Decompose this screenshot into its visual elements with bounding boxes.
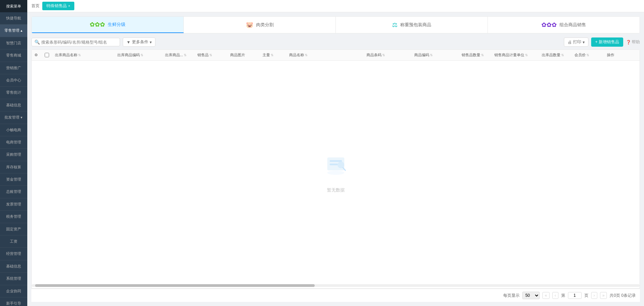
total-info: 共0页 0条记录 [610,293,636,299]
sort-icon[interactable]: ⇅ [382,53,385,57]
sort-icon[interactable]: ⇅ [78,53,81,57]
search-box[interactable]: 🔍 [31,38,120,46]
sidebar-logo-text: 搜索菜单 [6,4,21,9]
tab-combo-sales[interactable]: ✿✿✿ 组合商品销售 [488,17,640,33]
sidebar-item-ecommerce-mgmt[interactable]: 电商管理 [0,136,27,149]
sidebar-item-retail-mall[interactable]: 零售商城 [0,49,27,62]
gear-icon: ⚙ [34,53,38,57]
page-size-label: 每页显示 [503,293,520,299]
empty-state: 暂无数据 [32,61,640,283]
horizontal-scrollbar[interactable] [32,284,640,287]
scroll-thumb[interactable] [35,284,315,287]
topbar: 首页 特殊销售品 × [27,0,644,12]
sort-icon[interactable]: ⇅ [430,53,433,57]
th-image: 商品图片 [229,52,261,58]
th-checkbox[interactable] [43,53,54,57]
sort-icon[interactable]: ⇅ [525,53,528,57]
sidebar-item-tax-mgmt[interactable]: 税务管理 [0,211,27,223]
sidebar-item-new-guide[interactable]: 新手引导 [0,297,27,306]
sidebar-item-retail-stats[interactable]: 零售统计 [0,87,27,99]
toolbar: 🔍 ▼ 更多条件 ▾ 🖨 打印 ▾ + 新增销售品 [31,37,640,47]
new-sale-item-button[interactable]: + 新增销售品 [591,37,623,47]
sidebar-item-marketing[interactable]: 营销推广 [0,62,27,74]
chevron-down-icon: ▼ [20,116,23,120]
th-sale-qty: 销售品数量 ⇅ [460,52,493,58]
sidebar-logo[interactable]: 搜索菜单 [0,0,27,12]
svg-point-0 [327,171,344,175]
data-table: ⚙ 出库商品名称 ⇅ 出库商品编码 ⇅ 出库商品... ⇅ [31,49,640,289]
topbar-tab-special-sales[interactable]: 特殊销售品 × [42,2,74,10]
th-barcode: 商品条码 ⇅ [365,52,413,58]
sidebar-item-finance-mgmt[interactable]: 资金管理 [0,173,27,186]
help-button[interactable]: ❓ 帮助 [626,39,640,45]
page-number-input[interactable] [568,292,582,299]
th-outlet-qty: 出库品数量 ⇅ [540,52,573,58]
scale-prepack-icon: ⚖ [392,21,398,29]
sort-icon[interactable]: ⇅ [481,53,484,57]
sidebar-item-fixed-assets[interactable]: 固定资产 [0,223,27,235]
sidebar-item-invoice-mgmt[interactable]: 发票管理 [0,198,27,211]
sidebar-item-quick-nav[interactable]: 快捷导航 [0,12,27,25]
fresh-grade-icon: ✿✿✿ [90,21,105,28]
empty-state-text: 暂无数据 [327,187,345,193]
sidebar-item-inventory-check[interactable]: 库存核算 [0,161,27,173]
sidebar-item-purchase-mgmt[interactable]: 采购管理 [0,149,27,161]
sort-icon[interactable]: ⇅ [209,53,212,57]
th-outlet-name: 出库商品名称 ⇅ [54,52,116,58]
sidebar-item-wholesale-mgmt[interactable]: 批发管理 ▼ [0,111,27,124]
sort-icon[interactable]: ⇅ [561,53,564,57]
th-member-price: 会员价 ⇅ [573,52,606,58]
tab-close-icon[interactable]: × [68,4,70,8]
topbar-home-link[interactable]: 首页 [31,3,40,9]
print-button[interactable]: 🖨 打印 ▾ [564,37,588,47]
sidebar-item-membership[interactable]: 会员中心 [0,74,27,87]
prev-page-button[interactable]: ‹ [552,292,558,299]
svg-rect-2 [330,160,342,162]
sidebar-item-basic-info2[interactable]: 基础信息 [0,260,27,273]
tab-fresh-grade[interactable]: ✿✿✿ 生鲜分级 [32,17,184,33]
print-arrow-icon: ▾ [583,40,585,45]
th-outlet-spec: 出库商品... ⇅ [164,52,196,58]
page-size-select[interactable]: 50 10 20 100 [522,292,540,299]
search-icon: 🔍 [34,40,40,45]
first-page-button[interactable]: « [542,292,550,299]
sidebar-item-retail-mgmt[interactable]: 零售管理 ▲ [0,25,27,37]
sort-icon[interactable]: ⇅ [140,53,143,57]
th-goods-code: 商品编码 ⇅ [413,52,460,58]
select-all-checkbox[interactable] [45,53,49,57]
sidebar-item-mini-app[interactable]: 小畅电商 [0,124,27,136]
meat-cut-icon: 🐷 [246,21,253,29]
sort-icon[interactable]: ⇅ [184,53,186,57]
th-sale-item: 销售品 ⇅ [196,52,229,58]
th-outlet-code: 出库商品编码 ⇅ [116,52,163,58]
tab-scale-prepack[interactable]: ⚖ 称重预包装商品 [336,17,488,33]
filter-button[interactable]: ▼ 更多条件 ▾ [123,37,155,47]
table-header: ⚙ 出库商品名称 ⇅ 出库商品编码 ⇅ 出库商品... ⇅ [32,50,640,61]
combo-sales-icon: ✿✿✿ [541,21,557,29]
sidebar-item-hr[interactable]: 工资 [0,235,27,248]
main-content: 首页 特殊销售品 × ✿✿✿ 生鲜分级 🐷 肉类分割 ⚖ 称重预包装商品 ✿✿✿… [27,0,644,306]
tab-meat-cut[interactable]: 🐷 肉类分割 [184,17,336,33]
search-input[interactable] [41,40,117,45]
th-main-qty: 主量 ⇅ [261,52,288,58]
sidebar-item-company-agreement[interactable]: 企业协同 [0,285,27,297]
sort-icon[interactable]: ⇅ [586,53,589,57]
sidebar-item-system-mgmt[interactable]: 系统管理 [0,273,27,285]
sidebar-item-basic-info[interactable]: 基础信息 [0,99,27,111]
category-tabs: ✿✿✿ 生鲜分级 🐷 肉类分割 ⚖ 称重预包装商品 ✿✿✿ 组合商品销售 [31,16,640,33]
print-icon: 🖨 [568,40,572,45]
help-icon: ❓ [626,40,631,45]
toolbar-right: 🖨 打印 ▾ + 新增销售品 ❓ 帮助 [564,37,640,47]
sort-icon[interactable]: ⇅ [271,53,273,57]
sidebar-item-smart-store[interactable]: 智慧门店 [0,37,27,49]
page-label: 第 [561,293,565,299]
th-gear[interactable]: ⚙ [33,53,43,57]
last-page-button[interactable]: » [600,292,607,299]
svg-rect-3 [330,164,338,165]
toolbar-left: 🔍 ▼ 更多条件 ▾ [31,37,155,47]
sidebar-item-general-ledger[interactable]: 总账管理 [0,186,27,198]
th-sale-unit: 销售商品计量单位 ⇅ [493,52,540,58]
sort-icon[interactable]: ⇅ [305,53,308,57]
sidebar-item-ops-mgmt[interactable]: 经营管理 [0,248,27,260]
next-page-button[interactable]: › [591,292,597,299]
